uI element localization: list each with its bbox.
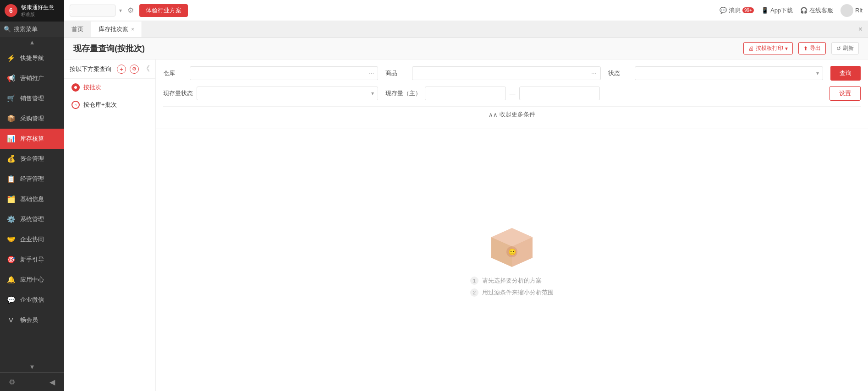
sidebar-item-label: 企业微信: [20, 296, 44, 304]
topbar-app-download[interactable]: 📱 App下载: [761, 6, 793, 15]
sidebar-item-quick-nav[interactable]: ⚡ 快捷导航: [0, 48, 64, 68]
add-plan-icon[interactable]: +: [117, 65, 126, 74]
sidebar-item-inventory[interactable]: 📊 库存核算: [0, 129, 64, 149]
appstore-icon: 🔔: [6, 275, 16, 284]
sidebar-bottom: ⚙ ◀: [0, 372, 64, 391]
sidebar-logo: 6: [5, 4, 17, 17]
sidebar-item-enterprise[interactable]: 🤝 企业协同: [0, 229, 64, 250]
sidebar-scroll-down[interactable]: ▼: [0, 361, 64, 372]
wechat-icon: 💬: [6, 295, 16, 304]
sidebar-item-sales[interactable]: 🛒 销售管理: [0, 88, 64, 109]
sidebar-item-base[interactable]: 🗂️ 基础信息: [0, 189, 64, 209]
sidebar-brand-info: 畅康通好生意 标准版: [21, 4, 54, 18]
message-badge: 99+: [742, 7, 754, 13]
refresh-label: 刷新: [843, 44, 854, 52]
print-label: 按模板打印: [756, 44, 783, 52]
stock-qty-max-input[interactable]: [519, 87, 600, 100]
sidebar-item-newbie[interactable]: 🎯 新手引导: [0, 250, 64, 270]
export-button[interactable]: ⬆ 导出: [798, 42, 826, 54]
search-icon: 🔍: [4, 26, 11, 33]
svg-text:😐: 😐: [508, 248, 516, 256]
filter-status-field: 状态 ▾: [608, 66, 823, 80]
plan-settings-icon[interactable]: ⚙: [130, 65, 139, 74]
empty-tip-2: 2 用过滤条件来缩小分析范围: [470, 288, 554, 297]
tabs-close-all[interactable]: ×: [853, 25, 868, 33]
print-button[interactable]: 🖨 按模板打印 ▾: [743, 42, 793, 54]
purchase-icon: 📦: [6, 114, 16, 123]
query-button[interactable]: 查询: [830, 66, 861, 81]
system-icon: ⚙️: [6, 215, 16, 224]
filter-area: 仓库 ··· 商品 ··· 状态: [156, 60, 868, 129]
sidebar-item-system[interactable]: ⚙️ 系统管理: [0, 209, 64, 229]
panel-collapse-icon[interactable]: 《: [143, 64, 150, 74]
stock-status-label: 现存量状态: [163, 89, 193, 98]
status-dropdown-icon: ▾: [816, 70, 819, 76]
sidebar-search[interactable]: 🔍 搜索菜单: [0, 22, 64, 37]
tab-home[interactable]: 首页: [64, 22, 91, 37]
sidebar-item-wechat[interactable]: 💬 企业微信: [0, 290, 64, 310]
sidebar-item-operations[interactable]: 📋 经营管理: [0, 169, 64, 189]
sidebar-settings-icon[interactable]: ⚙: [6, 376, 17, 387]
goods-label: 商品: [385, 69, 408, 77]
sidebar-item-vip[interactable]: V 畅会员: [0, 310, 64, 330]
tab-inventory-batch-label: 库存批次账: [99, 25, 128, 33]
phone-icon: 📱: [761, 7, 769, 14]
filter-warehouse-field: 仓库 ···: [163, 66, 378, 80]
user-avatar: [841, 4, 853, 17]
try-btn[interactable]: 体验行业方案: [139, 4, 188, 17]
operations-icon: 📋: [6, 174, 16, 184]
sidebar-brand-sub: 标准版: [21, 11, 54, 18]
sidebar-item-label: 系统管理: [20, 215, 44, 223]
sidebar-item-purchase[interactable]: 📦 采购管理: [0, 109, 64, 129]
topbar-gear-icon[interactable]: ⚙: [127, 6, 134, 15]
plan-item-by-warehouse-batch[interactable]: ○ 按仓库+批次: [64, 96, 155, 114]
sidebar-brand-name: 畅康通好生意: [21, 4, 54, 11]
sidebar-collapse-icon[interactable]: ◀: [47, 376, 58, 387]
plan-item-by-batch[interactable]: 按批次: [64, 79, 155, 96]
left-panel-icons: + ⚙ 《: [117, 64, 150, 74]
topbar-user[interactable]: Rit: [841, 4, 863, 17]
empty-tip-1: 1 请先选择要分析的方案: [470, 277, 554, 285]
inventory-icon: 📊: [6, 134, 16, 143]
app-label: App下载: [770, 6, 793, 15]
print-dropdown-icon[interactable]: ▾: [785, 45, 788, 52]
topbar-right: 💬 消息 99+ 📱 App下载 🎧 在线客服 Rit: [720, 4, 863, 17]
sidebar-scroll-up[interactable]: ▲: [0, 37, 64, 48]
stock-status-select[interactable]: ▾: [197, 87, 378, 100]
filter-row-2: 现存量状态 ▾ 现存量（主） —: [163, 86, 861, 101]
tab-inventory-batch[interactable]: 库存批次账 ×: [91, 22, 142, 37]
stock-qty-min-input[interactable]: [425, 87, 506, 100]
status-select[interactable]: ▾: [635, 66, 823, 80]
plan-item-label: 按仓库+批次: [83, 101, 117, 109]
left-panel-header: 按以下方案查询 + ⚙ 《: [64, 60, 155, 79]
settings-button[interactable]: 设置: [830, 86, 861, 101]
sidebar-item-label: 资金管理: [20, 155, 44, 163]
tab-close-icon[interactable]: ×: [131, 27, 134, 32]
topbar-service[interactable]: 🎧 在线客服: [800, 6, 833, 15]
sidebar-item-label: 应用中心: [20, 276, 44, 284]
page-header-actions: 🖨 按模板打印 ▾ ⬆ 导出 ↺ 刷新: [743, 42, 859, 54]
warehouse-input[interactable]: ···: [190, 66, 378, 80]
sidebar-item-appstore[interactable]: 🔔 应用中心: [0, 270, 64, 290]
collapse-label: 收起更多条件: [500, 110, 535, 119]
goods-dots[interactable]: ···: [591, 70, 597, 77]
warehouse-dots[interactable]: ···: [369, 70, 374, 77]
filter-stock-status-field: 现存量状态 ▾: [163, 87, 378, 100]
filter-collapse-toggle[interactable]: ∧∧ 收起更多条件: [163, 106, 861, 122]
topbar-messages[interactable]: 💬 消息 99+: [720, 6, 754, 15]
plan-item-label: 按批次: [83, 83, 101, 92]
topbar-search-input[interactable]: [70, 5, 115, 16]
sidebar: 6 畅康通好生意 标准版 🔍 搜索菜单 ▲ ⚡ 快捷导航 📢 营销推广 🛒 销售…: [0, 0, 64, 391]
marketing-icon: 📢: [6, 74, 16, 83]
sidebar-item-marketing[interactable]: 📢 营销推广: [0, 68, 64, 88]
tip-num-2: 2: [470, 288, 478, 297]
sidebar-item-finance[interactable]: 💰 资金管理: [0, 149, 64, 169]
sidebar-item-label: 快捷导航: [20, 54, 44, 62]
sales-icon: 🛒: [6, 94, 16, 103]
enterprise-icon: 🤝: [6, 235, 16, 244]
goods-input[interactable]: ···: [412, 66, 600, 80]
topbar-chevron-icon[interactable]: ▾: [119, 7, 122, 14]
quick-nav-icon: ⚡: [6, 54, 16, 63]
refresh-button[interactable]: ↺ 刷新: [831, 42, 859, 54]
sidebar-item-label: 采购管理: [20, 114, 44, 123]
